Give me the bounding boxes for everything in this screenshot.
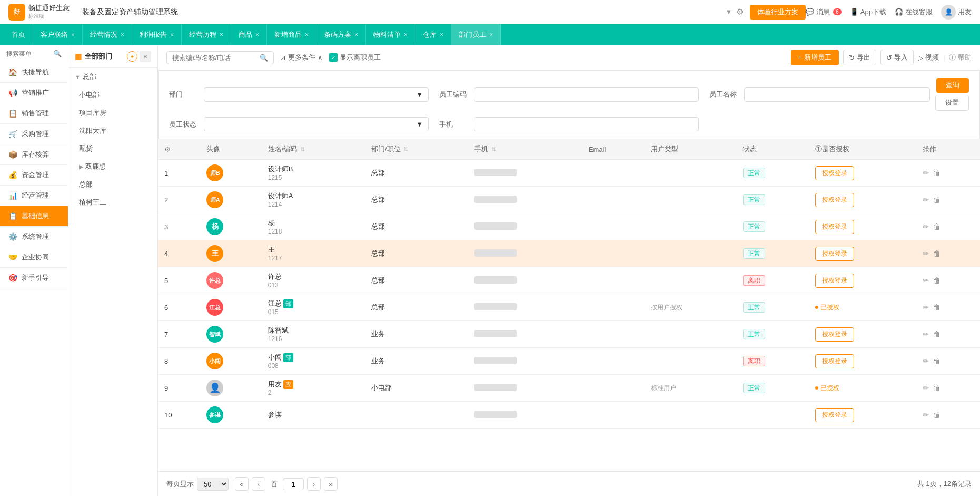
empname-filter-input[interactable] xyxy=(744,87,930,102)
dept-tree-item-xdept[interactable]: 小电部 xyxy=(68,86,157,104)
nav-tab-employee[interactable]: 部门员工 × xyxy=(451,24,501,45)
auth-login-button[interactable]: 授权登录 xyxy=(815,220,854,234)
edit-icon[interactable]: ✏ xyxy=(923,276,929,285)
sidebar-item-marketing[interactable]: 📢营销推广 xyxy=(0,83,68,103)
quick-nav-icon: 🏠 xyxy=(8,68,17,76)
view-button[interactable]: ▷ 视频 xyxy=(918,53,939,62)
authorized-dot xyxy=(815,386,818,390)
delete-icon[interactable]: 🗑 xyxy=(933,222,941,231)
user-menu-button[interactable]: 👤 用友 xyxy=(941,5,972,20)
auth-login-button[interactable]: 授权登录 xyxy=(815,327,854,342)
auth-login-button[interactable]: 授权登录 xyxy=(815,247,854,261)
delete-icon[interactable]: 🗑 xyxy=(933,276,941,285)
nav-tab-profit[interactable]: 利润报告 × xyxy=(132,24,182,45)
dept-collapse-btn[interactable]: « xyxy=(140,51,151,62)
show-resigned-toggle[interactable]: ✓ 显示离职员工 xyxy=(329,53,381,62)
message-badge: 6 xyxy=(833,8,842,15)
auth-login-button[interactable]: 授权登录 xyxy=(815,166,854,180)
edit-icon[interactable]: ✏ xyxy=(923,169,929,177)
dept-tree-item-double[interactable]: ▶双鹿想 xyxy=(68,158,157,176)
edit-icon[interactable]: ✏ xyxy=(923,330,929,338)
prev-prev-btn[interactable]: « xyxy=(235,477,249,491)
auth-login-button[interactable]: 授权登录 xyxy=(815,274,854,288)
empcode-filter-input[interactable] xyxy=(474,87,699,102)
dept-tree-item-proj[interactable]: 项目库房 xyxy=(68,104,157,122)
dept-tree-item-shenyang[interactable]: 沈阳大库 xyxy=(68,122,157,140)
col-phone[interactable]: 手机 ⇅ xyxy=(468,139,582,160)
auth-login-button[interactable]: 授权登录 xyxy=(815,354,854,368)
edit-icon[interactable]: ✏ xyxy=(923,303,929,312)
trial-button[interactable]: 体验行业方案 xyxy=(750,5,806,20)
import-button[interactable]: ↺ 导入 xyxy=(880,50,914,65)
delete-icon[interactable]: 🗑 xyxy=(933,249,941,258)
export-button[interactable]: ↻ 导出 xyxy=(843,50,876,65)
delete-icon[interactable]: 🗑 xyxy=(933,303,941,312)
dept-tree-item-plant[interactable]: 植树王二 xyxy=(68,193,157,211)
delete-icon[interactable]: 🗑 xyxy=(933,411,941,419)
sidebar-item-basic[interactable]: 📋基础信息 xyxy=(0,206,68,227)
delete-icon[interactable]: 🗑 xyxy=(933,169,941,177)
sidebar-item-sales[interactable]: 📋销售管理 xyxy=(0,103,68,124)
delete-icon[interactable]: 🗑 xyxy=(933,330,941,338)
nav-tab-warehouse[interactable]: 仓库 × xyxy=(415,24,451,45)
search-icon[interactable]: 🔍 xyxy=(260,54,268,62)
help-icon[interactable]: ⓘ 帮助 xyxy=(949,53,972,62)
dept-add-icon[interactable]: + xyxy=(127,51,137,62)
auth-login-button[interactable]: 授权登录 xyxy=(815,408,854,422)
nav-tab-bom[interactable]: 物料清单 × xyxy=(366,24,415,45)
empstatus-filter-select[interactable]: ▼ xyxy=(204,117,429,131)
sidebar-item-purchase[interactable]: 🛒采购管理 xyxy=(0,124,68,144)
message-button[interactable]: 💬 消息 6 xyxy=(806,7,842,17)
dept-tree-item-head2[interactable]: 总部 xyxy=(68,176,157,193)
sidebar-item-system[interactable]: ⚙️系统管理 xyxy=(0,227,68,247)
nav-tab-add-goods[interactable]: 新增商品 × xyxy=(267,24,316,45)
nav-tab-barcode[interactable]: 条码方案 × xyxy=(316,24,366,45)
phone-filter-input[interactable] xyxy=(474,117,699,131)
sidebar-item-quick-nav[interactable]: 🏠快捷导航 xyxy=(0,62,68,83)
sidebar-item-operations[interactable]: 📊经营管理 xyxy=(0,186,68,206)
col-settings[interactable]: ⚙ xyxy=(158,139,200,160)
delete-icon[interactable]: 🗑 xyxy=(933,384,941,392)
settings-gear-icon[interactable]: ⚙ xyxy=(736,7,744,17)
row-phone xyxy=(468,187,582,213)
edit-icon[interactable]: ✏ xyxy=(923,384,929,392)
page-input[interactable] xyxy=(283,478,304,490)
edit-icon[interactable]: ✏ xyxy=(923,411,929,419)
col-name[interactable]: 姓名/编码 ⇅ xyxy=(262,139,365,160)
next-next-btn[interactable]: » xyxy=(324,477,338,491)
search-input[interactable] xyxy=(172,54,256,62)
dept-tree-item-head[interactable]: ▼总部 xyxy=(68,68,157,86)
nav-tab-history[interactable]: 经营历程 × xyxy=(182,24,231,45)
next-btn[interactable]: › xyxy=(307,477,321,491)
sidebar-search-input[interactable] xyxy=(6,50,53,57)
more-filter-btn[interactable]: ⊿ 更多条件 ∧ xyxy=(280,53,323,62)
dept-filter-select[interactable]: ▼ xyxy=(204,87,429,102)
auth-login-button[interactable]: 授权登录 xyxy=(815,193,854,207)
delete-icon[interactable]: 🗑 xyxy=(933,196,941,204)
nav-tab-home[interactable]: 首页 xyxy=(4,24,33,45)
basic-icon: 📋 xyxy=(8,212,17,220)
app-download-button[interactable]: 📱 App下载 xyxy=(850,7,886,17)
checkbox-resigned[interactable]: ✓ xyxy=(329,53,338,62)
system-arrow-icon[interactable]: ▼ xyxy=(725,8,732,16)
online-service-button[interactable]: 🎧 在线客服 xyxy=(895,7,933,17)
query-button[interactable]: 查询 xyxy=(936,78,969,93)
edit-icon[interactable]: ✏ xyxy=(923,222,929,231)
nav-tab-operations[interactable]: 经营情况 × xyxy=(83,24,132,45)
sidebar-item-finance[interactable]: 💰资金管理 xyxy=(0,165,68,186)
sidebar-item-cooperation[interactable]: 🤝企业协同 xyxy=(0,247,68,268)
sidebar-item-guide[interactable]: 🎯新手引导 xyxy=(0,268,68,288)
reset-button[interactable]: 设置 xyxy=(935,95,969,111)
sidebar-item-inventory[interactable]: 📦库存核算 xyxy=(0,144,68,165)
dept-tree-item-dist[interactable]: 配货 xyxy=(68,140,157,158)
page-size-select[interactable]: 50 20 100 xyxy=(197,478,229,491)
edit-icon[interactable]: ✏ xyxy=(923,196,929,204)
delete-icon[interactable]: 🗑 xyxy=(933,357,941,365)
nav-tab-customer[interactable]: 客户联络 × xyxy=(33,24,83,45)
prev-btn[interactable]: ‹ xyxy=(252,477,265,491)
col-dept[interactable]: 部门/职位 ⇅ xyxy=(365,139,468,160)
nav-tab-goods[interactable]: 商品 × xyxy=(231,24,267,45)
edit-icon[interactable]: ✏ xyxy=(923,357,929,365)
edit-icon[interactable]: ✏ xyxy=(923,249,929,258)
add-employee-button[interactable]: + 新增员工 xyxy=(791,50,839,65)
